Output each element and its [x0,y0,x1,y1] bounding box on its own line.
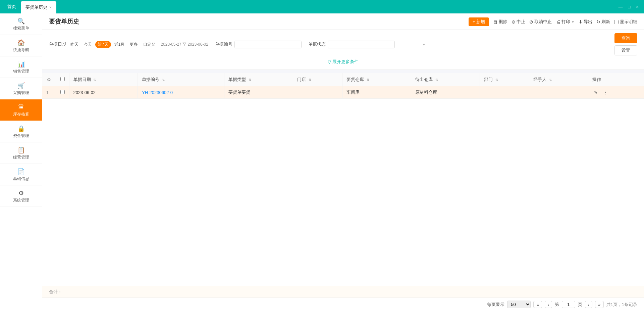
th-doc-type[interactable]: 单据类型 ⇅ [224,73,293,86]
row-doc-no: YH-20230602-0 [138,86,224,99]
sidebar-item-base-info[interactable]: 📄 基础信息 [0,164,42,185]
sidebar-item-search-menu[interactable]: 🔍 搜索菜单 [0,13,42,35]
pagination-bar: 每页显示 20 50 100 200 « ‹ 第 页 › » 共1页，1条记录 [42,298,644,311]
sidebar-item-shortcut-nav[interactable]: 🏠 快捷导航 [0,35,42,56]
sidebar-item-inventory-calc[interactable]: 🏛 库存核算 [0,99,42,121]
main-layout: 🔍 搜索菜单 🏠 快捷导航 📊 销售管理 🛒 采购管理 🏛 库存核算 🔒 资金管… [0,13,644,311]
row-pending-warehouse: 原材料仓库 [411,86,480,99]
doc-status-select-wrapper: 待审核 已审核 已中止 [328,41,428,48]
date-btn-yesterday[interactable]: 昨天 [68,41,80,48]
purchase-icon: 🛒 [17,83,25,89]
row-checkbox-cell [56,86,69,99]
date-btn-today[interactable]: 今天 [82,41,94,48]
sidebar-item-label: 基础信息 [13,176,29,182]
th-actions: 操作 [588,73,644,86]
doc-no-input[interactable] [234,41,302,48]
sidebar-item-label: 经营管理 [13,154,29,160]
new-button[interactable]: + 新增 [469,17,489,26]
row-num: 1 [42,86,56,99]
maximize-icon[interactable]: □ [628,4,631,9]
row-edit-icon[interactable]: ✎ [592,89,599,96]
row-actions: ✎ ⋮ [592,89,640,96]
page-header: 要货单历史 + 新增 🗑 删除 ⊘ 中止 ⊘ 取消中止 🖨 [42,13,644,30]
sidebar-item-sales-mgmt[interactable]: 📊 销售管理 [0,56,42,78]
th-pending-warehouse[interactable]: 待出仓库 ⇅ [411,73,480,86]
doc-no-label: 单据编号 [215,41,232,47]
date-btn-7days[interactable]: 近7天 [95,41,111,48]
expand-more-button[interactable]: ▽ 展开更多条件 [49,57,637,66]
tab-close-icon[interactable]: × [49,5,52,10]
row-dept [480,86,529,99]
date-range-text: 2023-05-27 至 2023-06-02 [161,42,208,47]
delete-icon: 🗑 [493,19,498,25]
export-button[interactable]: ⬇ 导出 [579,19,592,25]
minimize-icon[interactable]: — [619,4,623,9]
th-doc-no[interactable]: 单据编号 ⇅ [138,73,224,86]
date-btn-custom[interactable]: 自定义 [141,41,157,48]
data-table-wrapper: ⚙ 单据日期 ⇅ 单据编号 ⇅ 单据类型 [42,73,644,286]
page-info: 共1页，1条记录 [606,302,637,308]
doc-no-filter: 单据编号 [215,41,302,48]
tab-bar: 首页 要货单历史 × [3,0,56,13]
display-detail-toggle[interactable]: 显示明细 [614,19,637,25]
next-page-button[interactable]: › [585,301,592,308]
doc-date-filter: 单据日期 昨天 今天 近7天 近1月 更多 自定义 2023-05-27 至 2… [49,41,208,48]
prev-page-button[interactable]: ‹ [545,301,552,308]
print-icon: 🖨 [556,19,560,25]
base-info-icon: 📄 [17,169,25,175]
refresh-button[interactable]: ↻ 刷新 [596,19,610,25]
doc-no-link[interactable]: YH-20230602-0 [142,90,173,95]
delete-button[interactable]: 🗑 删除 [493,19,507,25]
cancel-stop-icon: ⊘ [529,19,533,25]
sidebar-item-purchase-mgmt[interactable]: 🛒 采购管理 [0,78,42,99]
sidebar-item-sys-mgmt[interactable]: ⚙ 系统管理 [0,185,42,207]
settings-button[interactable]: 设置 [614,45,637,55]
last-page-button[interactable]: » [595,301,603,308]
query-button[interactable]: 查询 [614,33,637,43]
sort-icon: ⇅ [549,78,552,82]
inventory-icon: 🏛 [18,104,24,110]
page-size-select[interactable]: 20 50 100 200 [507,301,531,308]
date-btn-more[interactable]: 更多 [128,41,140,48]
sidebar-item-ops-mgmt[interactable]: 📋 经营管理 [0,142,42,164]
th-store[interactable]: 门店 ⇅ [293,73,342,86]
th-settings[interactable]: ⚙ [42,73,56,86]
table-row: 1 2023-06-02 YH-20230602-0 要货单要货 车间库 原材料… [42,86,644,99]
date-btn-1month[interactable]: 近1月 [112,41,127,48]
page-label: 第 [555,302,559,308]
export-icon: ⬇ [579,19,583,25]
close-icon[interactable]: × [636,4,639,9]
expand-more-icon: ▽ [328,59,331,64]
th-dept[interactable]: 部门 ⇅ [480,73,529,86]
doc-status-select[interactable]: 待审核 已审核 已中止 [328,41,395,48]
tab-home[interactable]: 首页 [3,0,21,13]
doc-status-filter: 单据状态 待审核 已审核 已中止 [308,41,428,48]
top-bar: 首页 要货单历史 × — □ × [0,0,644,13]
print-button[interactable]: 🖨 打印 ▼ [556,19,575,25]
sort-icon: ⇅ [93,78,96,82]
footer-label: 合计： [49,289,62,295]
stop-button[interactable]: ⊘ 中止 [512,19,525,25]
row-doc-type: 要货单要货 [224,86,293,99]
select-all-checkbox[interactable] [60,77,65,81]
th-req-warehouse[interactable]: 要货仓库 ⇅ [342,73,411,86]
sidebar: 🔍 搜索菜单 🏠 快捷导航 📊 销售管理 🛒 采购管理 🏛 库存核算 🔒 资金管… [0,13,42,311]
cancel-stop-button[interactable]: ⊘ 取消中止 [529,19,552,25]
filter-area: 单据日期 昨天 今天 近7天 近1月 更多 自定义 2023-05-27 至 2… [42,30,644,70]
row-checkbox[interactable] [60,90,65,94]
row-req-warehouse: 车间库 [342,86,411,99]
th-handler[interactable]: 经手人 ⇅ [529,73,588,86]
page-size-label: 每页显示 [487,302,504,308]
sidebar-item-finance-mgmt[interactable]: 🔒 资金管理 [0,121,42,142]
page-number-input[interactable] [562,301,575,308]
row-more-icon[interactable]: ⋮ [602,89,609,96]
sort-icon: ⇅ [435,78,438,82]
display-detail-checkbox[interactable] [614,20,619,24]
first-page-button[interactable]: « [533,301,542,308]
th-doc-date[interactable]: 单据日期 ⇅ [69,73,138,86]
th-checkbox [56,73,69,86]
tab-active[interactable]: 要货单历史 × [21,1,56,13]
page-title: 要货单历史 [49,17,79,30]
row-store [293,86,342,99]
sort-icon: ⇅ [249,78,251,82]
